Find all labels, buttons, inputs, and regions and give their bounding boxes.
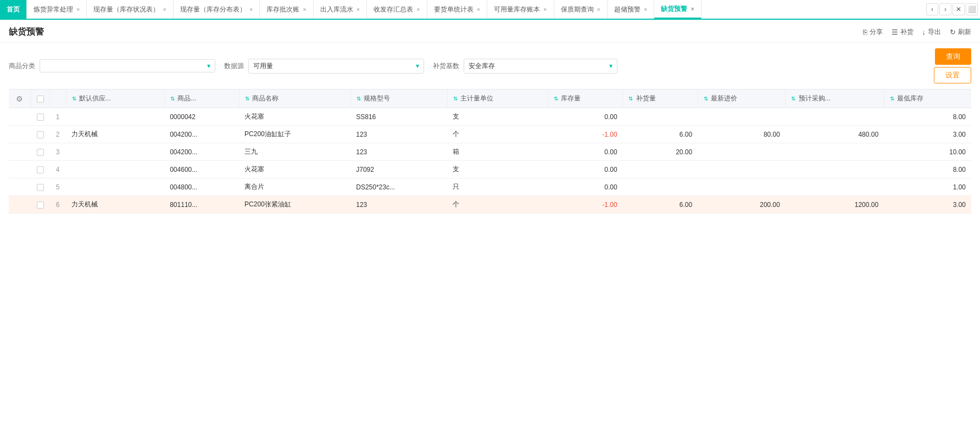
row-checkbox-cell[interactable] bbox=[31, 108, 49, 126]
tab-expiry-query-label: 保质期查询 bbox=[561, 5, 594, 14]
col-checkbox[interactable] bbox=[31, 89, 49, 108]
col-stock-qty[interactable]: ⇅ 库存量 bbox=[548, 89, 622, 108]
tab-inout-flow[interactable]: 出入库流水 × bbox=[314, 0, 367, 19]
col-est-purchase[interactable]: ⇅ 预计采购... bbox=[786, 89, 884, 108]
shortage-table: ⚙ ⇅ 默认供应... ⇅ 商品... ⇅ bbox=[9, 89, 971, 214]
row-checkbox[interactable] bbox=[37, 166, 44, 173]
row-checkbox[interactable] bbox=[37, 114, 44, 121]
tab-inventory-status-close[interactable]: × bbox=[163, 6, 166, 13]
tab-inventory-dist[interactable]: 现存量（库存分布表） × bbox=[174, 0, 260, 19]
row-est-purchase bbox=[786, 108, 884, 126]
table-settings-icon[interactable]: ⚙ bbox=[16, 94, 23, 103]
tab-order-stats[interactable]: 要货单统计表 × bbox=[427, 0, 487, 19]
row-product-name: 火花塞 bbox=[239, 161, 350, 178]
row-checkbox[interactable] bbox=[37, 131, 44, 138]
row-checkbox[interactable] bbox=[37, 201, 44, 209]
tab-inventory-status[interactable]: 现存量（库存状况表） × bbox=[87, 0, 173, 19]
col-default-supplier[interactable]: ⇅ 默认供应... bbox=[66, 89, 164, 108]
tab-abnormal-label: 炼货异常处理 bbox=[34, 5, 73, 14]
tab-overstock-close[interactable]: × bbox=[644, 6, 647, 13]
row-seq: 2 bbox=[49, 126, 66, 143]
tab-receipt-summary[interactable]: 收发存汇总表 × bbox=[367, 0, 427, 19]
row-unit: 支 bbox=[447, 161, 548, 178]
export-button[interactable]: ↓ 导出 bbox=[922, 27, 942, 37]
col-product-code[interactable]: ⇅ 商品... bbox=[164, 89, 239, 108]
table-row: 3 004200... 三九 123 箱 0.00 20.00 10.00 bbox=[9, 143, 971, 161]
row-min-stock: 10.00 bbox=[884, 143, 971, 161]
row-stock-qty: 0.00 bbox=[548, 108, 622, 126]
tab-scroll-left[interactable]: ‹ bbox=[926, 3, 938, 15]
row-product-code: 004200... bbox=[164, 126, 239, 143]
replenish-button[interactable]: ☰ 补货 bbox=[892, 27, 914, 37]
tab-maximize[interactable]: ⬜ bbox=[966, 3, 978, 15]
col-spec[interactable]: ⇅ 规格型号 bbox=[350, 89, 447, 108]
tab-expiry-query[interactable]: 保质期查询 × bbox=[554, 0, 608, 19]
tab-close-current[interactable]: ✕ bbox=[953, 3, 965, 15]
row-min-stock: 3.00 bbox=[884, 126, 971, 143]
tab-shortage[interactable]: 缺货预警 × bbox=[654, 0, 701, 19]
tab-expiry-query-close[interactable]: × bbox=[597, 6, 600, 13]
select-all-checkbox[interactable] bbox=[37, 96, 44, 103]
col-settings[interactable]: ⚙ bbox=[9, 89, 31, 108]
row-checkbox-cell[interactable] bbox=[31, 178, 49, 196]
settings-button[interactable]: 设置 bbox=[934, 67, 971, 83]
tab-abnormal-close[interactable]: × bbox=[76, 6, 80, 13]
page-title: 缺货预警 bbox=[9, 26, 44, 38]
row-unit: 个 bbox=[447, 196, 548, 214]
tab-shortage-close[interactable]: × bbox=[691, 5, 694, 12]
row-checkbox[interactable] bbox=[37, 149, 44, 156]
page-header: 缺货预警 ⎘ 分享 ☰ 补货 ↓ 导出 ↻ 刷新 bbox=[0, 20, 980, 43]
row-unit: 箱 bbox=[447, 143, 548, 161]
row-seq: 3 bbox=[49, 143, 66, 161]
row-stock-qty: 0.00 bbox=[548, 143, 622, 161]
row-min-stock: 8.00 bbox=[884, 161, 971, 178]
row-replenish-qty bbox=[623, 178, 698, 196]
datasource-select[interactable]: 可用量 ▾ bbox=[248, 59, 424, 74]
tab-order-stats-close[interactable]: × bbox=[477, 6, 480, 13]
row-spec: DS250*23c... bbox=[350, 178, 447, 196]
row-supplier bbox=[66, 108, 164, 126]
col-min-stock[interactable]: ⇅ 最低库存 bbox=[884, 89, 971, 108]
row-stock-qty: -1.00 bbox=[548, 196, 622, 214]
row-checkbox-cell[interactable] bbox=[31, 161, 49, 178]
refresh-button[interactable]: ↻ 刷新 bbox=[950, 27, 971, 37]
col-unit[interactable]: ⇅ 主计量单位 bbox=[447, 89, 548, 108]
row-seq: 4 bbox=[49, 161, 66, 178]
tab-overstock[interactable]: 超储预警 × bbox=[608, 0, 654, 19]
tab-available-ledger-close[interactable]: × bbox=[543, 6, 547, 13]
tab-batch-account-close[interactable]: × bbox=[303, 6, 306, 13]
tab-home[interactable]: 首页 bbox=[0, 0, 27, 19]
tab-inventory-dist-close[interactable]: × bbox=[249, 6, 253, 13]
row-checkbox-cell[interactable] bbox=[31, 196, 49, 214]
tab-scroll-right[interactable]: › bbox=[939, 3, 951, 15]
tab-inventory-dist-label: 现存量（库存分布表） bbox=[180, 5, 246, 14]
row-product-code: 004800... bbox=[164, 178, 239, 196]
row-product-name: 火花塞 bbox=[239, 108, 350, 126]
row-product-name: PC200油缸缸子 bbox=[239, 126, 350, 143]
col-replenish-qty[interactable]: ⇅ 补货量 bbox=[623, 89, 698, 108]
col-product-name[interactable]: ⇅ 商品名称 bbox=[239, 89, 350, 108]
refresh-label: 刷新 bbox=[958, 27, 971, 37]
row-unit: 个 bbox=[447, 126, 548, 143]
row-checkbox-cell[interactable] bbox=[31, 126, 49, 143]
row-checkbox[interactable] bbox=[37, 184, 44, 191]
query-button[interactable]: 查询 bbox=[935, 48, 971, 65]
tab-inout-flow-close[interactable]: × bbox=[357, 6, 360, 13]
tab-receipt-summary-close[interactable]: × bbox=[416, 6, 420, 13]
row-spec: SS816 bbox=[350, 108, 447, 126]
sort-unit-icon: ⇅ bbox=[453, 96, 458, 102]
tab-available-ledger[interactable]: 可用量库存账本 × bbox=[487, 0, 554, 19]
category-select[interactable]: ▾ bbox=[40, 59, 215, 72]
col-replenish-qty-label: 补货量 bbox=[636, 94, 656, 102]
tab-shortage-label: 缺货预警 bbox=[661, 4, 687, 14]
row-latest-price bbox=[698, 143, 786, 161]
share-button[interactable]: ⎘ 分享 bbox=[863, 27, 883, 37]
tab-abnormal[interactable]: 炼货异常处理 × bbox=[27, 0, 87, 19]
main-content: 缺货预警 ⎘ 分享 ☰ 补货 ↓ 导出 ↻ 刷新 商品分类 bbox=[0, 20, 980, 437]
row-min-stock: 8.00 bbox=[884, 108, 971, 126]
row-checkbox-cell[interactable] bbox=[31, 143, 49, 161]
replenish-base-select[interactable]: 安全库存 ▾ bbox=[464, 59, 617, 74]
tab-batch-account[interactable]: 库存批次账 × bbox=[260, 0, 313, 19]
filter-bar: 商品分类 ▾ 数据源 可用量 ▾ 补货基数 安全库存 ▾ 查询 设置 bbox=[0, 43, 980, 89]
col-latest-price[interactable]: ⇅ 最新进价 bbox=[698, 89, 786, 108]
